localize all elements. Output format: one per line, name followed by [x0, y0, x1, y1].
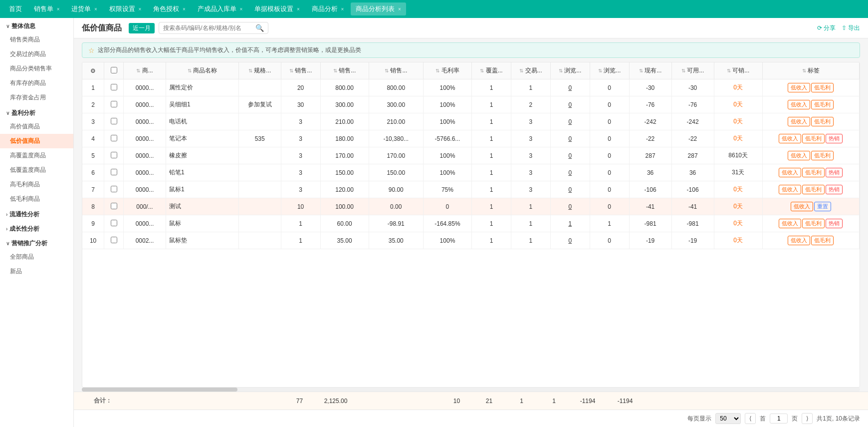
per-page-select[interactable]: 50 100 200 [715, 413, 741, 424]
col-views1[interactable]: ⇅ 浏览... [550, 62, 590, 79]
sidebar-item-stocked-products[interactable]: 有库存的商品 [0, 76, 73, 90]
select-all-checkbox[interactable] [111, 67, 117, 73]
row-checkbox[interactable] [111, 237, 117, 243]
views-link[interactable]: 0 [568, 203, 572, 210]
col-tags[interactable]: ⇅ 标签 [762, 62, 859, 79]
nav-role[interactable]: 角色授权 × [148, 2, 190, 15]
views-link[interactable]: 0 [568, 152, 572, 159]
nav-product-analysis[interactable]: 商品分析 × [307, 2, 349, 15]
sidebar-item-high-margin[interactable]: 高毛利商品 [0, 177, 73, 192]
col-sellable-days[interactable]: ⇅ 可销... [714, 62, 762, 79]
export-button[interactable]: ⇧ 导出 [842, 24, 860, 32]
cell-available-stock: -22 [671, 130, 714, 147]
sidebar-item-category-sales-rate[interactable]: 商品分类销售率 [0, 61, 73, 76]
sidebar-item-new-products[interactable]: 新品 [0, 264, 73, 279]
cell-checkbox[interactable] [104, 96, 124, 113]
col-available-stock[interactable]: ⇅ 可用... [671, 62, 714, 79]
row-checkbox[interactable] [111, 135, 117, 141]
col-coverage[interactable]: ⇅ 覆盖... [472, 62, 511, 79]
row-checkbox[interactable] [111, 169, 117, 175]
col-sales-profit[interactable]: ⇅ 销售... [369, 62, 423, 79]
sidebar-item-traded-products[interactable]: 交易过的商品 [0, 47, 73, 61]
row-checkbox[interactable] [111, 118, 117, 124]
views-link[interactable]: 0 [568, 186, 572, 193]
col-sales-qty[interactable]: ⇅ 销售... [281, 62, 320, 79]
cell-checkbox[interactable] [104, 147, 124, 164]
nav-close-permission[interactable]: × [139, 6, 142, 12]
share-button[interactable]: ⟳ 分享 [817, 24, 836, 32]
nav-close-analysis[interactable]: × [341, 6, 344, 12]
nav-template[interactable]: 单据模板设置 × [249, 2, 304, 15]
views-link[interactable]: 1 [568, 220, 572, 227]
sidebar-item-low-coverage[interactable]: 低覆盖度商品 [0, 163, 73, 177]
cell-checkbox[interactable] [104, 215, 124, 232]
cell-checkbox[interactable] [104, 181, 124, 198]
nav-close-purchase[interactable]: × [94, 6, 97, 12]
sidebar-group-overall[interactable]: ∨ 整体信息 [0, 18, 73, 32]
cell-gross-margin: 100% [423, 232, 471, 249]
sidebar-item-low-margin[interactable]: 低毛利商品 [0, 192, 73, 206]
sidebar-item-high-coverage[interactable]: 高覆盖度商品 [0, 148, 73, 163]
search-box[interactable]: 🔍 [159, 22, 268, 34]
sidebar-item-stock-capital[interactable]: 库存资金占用 [0, 90, 73, 105]
col-transaction[interactable]: ⇅ 交易... [511, 62, 550, 79]
next-page-button[interactable]: ⟩ [802, 413, 813, 424]
nav-close-role[interactable]: × [183, 6, 186, 12]
col-current-stock[interactable]: ⇅ 现有... [629, 62, 671, 79]
row-checkbox[interactable] [111, 101, 117, 107]
nav-close-sales[interactable]: × [57, 6, 60, 12]
views-link[interactable]: 0 [568, 169, 572, 176]
sidebar-item-low-value[interactable]: 低价值商品 [0, 134, 73, 148]
sidebar-group-profit[interactable]: ∨ 盈利分析 [0, 105, 73, 119]
cell-coverage: 1 [472, 130, 511, 147]
content-header: 低价值商品 近一月 🔍 ⟳ 分享 ⇧ 导出 [74, 18, 868, 38]
sidebar-item-high-value[interactable]: 高价值商品 [0, 119, 73, 134]
cell-checkbox[interactable] [104, 79, 124, 96]
nav-sales[interactable]: 销售单 × [29, 2, 64, 15]
sidebar-group-growth[interactable]: › 成长性分析 [0, 221, 73, 235]
col-gross-margin[interactable]: ⇅ 毛利率 [423, 62, 471, 79]
views-link[interactable]: 0 [568, 118, 572, 125]
scrollbar-thumb[interactable] [82, 388, 237, 392]
sidebar-item-sales-products[interactable]: 销售类商品 [0, 32, 73, 47]
cell-checkbox[interactable] [104, 130, 124, 147]
views-link[interactable]: 0 [568, 101, 572, 108]
nav-close-template[interactable]: × [297, 6, 300, 12]
nav-product-inbound[interactable]: 产成品入库单 × [193, 2, 247, 15]
cell-checkbox[interactable] [104, 232, 124, 249]
col-views2[interactable]: ⇅ 浏览... [590, 62, 629, 79]
cell-checkbox[interactable] [104, 113, 124, 130]
horizontal-scrollbar[interactable] [82, 388, 860, 392]
search-icon[interactable]: 🔍 [255, 24, 264, 32]
col-name[interactable]: ⇅ 商品名称 [166, 62, 239, 79]
row-checkbox[interactable] [111, 152, 117, 158]
cell-available-stock: 287 [671, 147, 714, 164]
views-link[interactable]: 0 [568, 84, 572, 91]
row-checkbox[interactable] [111, 84, 117, 90]
nav-close-product-inbound[interactable]: × [240, 6, 243, 12]
tag-label: 低收入 [779, 185, 801, 194]
nav-close-analysis-list[interactable]: × [398, 6, 401, 12]
nav-home[interactable]: 首页 [4, 2, 27, 15]
nav-permission[interactable]: 权限设置 × [104, 2, 146, 15]
views-link[interactable]: 0 [568, 237, 572, 244]
row-checkbox[interactable] [111, 220, 117, 226]
col-settings[interactable]: ⚙ [82, 62, 104, 79]
first-page-button[interactable]: ⟨ [745, 413, 756, 424]
cell-checkbox[interactable] [104, 198, 124, 215]
sidebar-group-circulation[interactable]: › 流通性分析 [0, 206, 73, 221]
sidebar-group-marketing[interactable]: ∨ 营销推广分析 [0, 235, 73, 250]
col-sales-amount[interactable]: ⇅ 销售... [320, 62, 369, 79]
page-input[interactable] [770, 414, 788, 424]
sidebar-item-all-products[interactable]: 全部商品 [0, 250, 73, 264]
row-checkbox[interactable] [111, 203, 117, 209]
col-code[interactable]: ⇅ 商... [124, 62, 166, 79]
nav-product-analysis-list[interactable]: 商品分析列表 × [351, 2, 406, 15]
views-link[interactable]: 0 [568, 135, 572, 142]
date-badge[interactable]: 近一月 [129, 23, 155, 33]
col-spec[interactable]: ⇅ 规格... [238, 62, 281, 79]
row-checkbox[interactable] [111, 186, 117, 192]
nav-purchase[interactable]: 进货单 × [66, 2, 102, 15]
cell-checkbox[interactable] [104, 164, 124, 181]
search-input[interactable] [163, 24, 253, 31]
